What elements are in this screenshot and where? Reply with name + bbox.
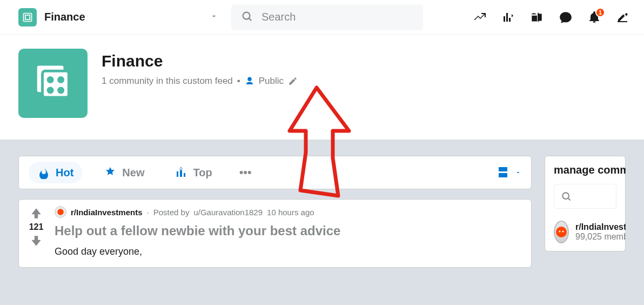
svg-point-16 <box>559 231 561 233</box>
sort-more-icon[interactable]: ••• <box>234 163 257 182</box>
chat-icon[interactable] <box>559 10 573 24</box>
svg-point-7 <box>57 76 64 83</box>
vote-column: 121 <box>23 206 49 257</box>
create-post-icon[interactable] <box>616 11 629 24</box>
edit-icon[interactable] <box>288 76 298 86</box>
svg-point-6 <box>47 76 54 83</box>
community-members: 99,025 members <box>575 232 626 242</box>
all-icon[interactable] <box>501 11 514 24</box>
popular-icon[interactable] <box>473 11 486 24</box>
post-title[interactable]: Help out a fellow newbie with your best … <box>55 223 522 238</box>
sort-top-label: Top <box>193 167 212 179</box>
manage-communities-card: manage communities r/IndiaInvestments 99… <box>545 156 626 251</box>
post-card[interactable]: 121 r/IndiaInvestments · Posted by u/Gau… <box>18 199 532 268</box>
search-icon <box>561 191 572 202</box>
feed-dropdown[interactable]: Finance <box>18 8 218 26</box>
svg-rect-1 <box>25 15 30 19</box>
svg-point-9 <box>57 87 64 94</box>
sort-bar: Hot New Top ••• <box>18 156 532 189</box>
view-mode-toggle[interactable] <box>499 167 521 178</box>
sidebar-title: manage communities <box>554 164 616 176</box>
post-meta: r/IndiaInvestments · Posted by u/Gaurava… <box>55 206 522 218</box>
notifications-icon[interactable]: 1 <box>588 11 601 24</box>
top-bar: Finance 1 <box>0 0 644 35</box>
visibility-label: Public <box>259 76 284 87</box>
svg-point-15 <box>556 227 567 237</box>
post-age: 10 hours ago <box>267 208 314 217</box>
svg-rect-11 <box>499 173 507 177</box>
chevron-down-icon <box>210 12 218 23</box>
sort-hot-label: Hot <box>56 167 73 179</box>
topbar-actions: 1 <box>473 10 629 24</box>
rpan-icon[interactable] <box>529 10 544 24</box>
sort-new[interactable]: New <box>95 162 153 183</box>
post-score: 121 <box>29 222 44 232</box>
svg-rect-0 <box>24 13 32 21</box>
post-body: Good day everyone, <box>55 246 522 257</box>
feed-icon <box>18 8 37 26</box>
sort-new-label: New <box>122 167 144 179</box>
community-avatar-icon <box>554 221 569 243</box>
svg-line-3 <box>249 18 251 21</box>
svg-rect-5 <box>43 71 69 97</box>
svg-point-8 <box>47 87 54 94</box>
downvote-icon[interactable] <box>29 234 43 248</box>
subreddit-link[interactable]: r/IndiaInvestments <box>71 208 143 217</box>
svg-point-13 <box>562 193 569 199</box>
search-icon <box>241 10 253 24</box>
search-input[interactable] <box>260 10 413 24</box>
separator-dot: • <box>237 76 240 87</box>
svg-point-12 <box>57 209 64 215</box>
content-area: Hot New Top ••• <box>0 140 644 305</box>
svg-point-2 <box>243 12 250 19</box>
svg-line-14 <box>568 198 571 201</box>
meta-separator: · <box>147 208 149 217</box>
chevron-down-icon <box>515 169 521 176</box>
upvote-icon[interactable] <box>29 206 43 220</box>
feed-title: Finance <box>102 52 298 70</box>
svg-rect-10 <box>499 167 507 171</box>
svg-point-17 <box>562 231 564 233</box>
notification-badge: 1 <box>595 8 605 17</box>
posted-by-prefix: Posted by <box>153 208 190 217</box>
sort-top[interactable]: Top <box>166 162 220 183</box>
person-icon <box>245 76 254 86</box>
feed-icon-large <box>18 49 88 118</box>
search-box[interactable] <box>231 4 423 30</box>
feed-header: Finance 1 community in this custom feed … <box>0 35 644 140</box>
community-name: r/IndiaInvestments <box>575 222 626 232</box>
sort-hot[interactable]: Hot <box>29 162 82 183</box>
feed-name: Finance <box>44 11 85 23</box>
sidebar-community-item[interactable]: r/IndiaInvestments 99,025 members <box>554 221 616 243</box>
subreddit-avatar-icon[interactable] <box>55 206 66 218</box>
author-link[interactable]: u/Gauravation1829 <box>193 208 263 217</box>
feed-subtitle: 1 community in this custom feed • Public <box>102 76 298 87</box>
community-count: 1 community in this custom feed <box>102 76 233 87</box>
sidebar-search[interactable] <box>554 184 616 209</box>
